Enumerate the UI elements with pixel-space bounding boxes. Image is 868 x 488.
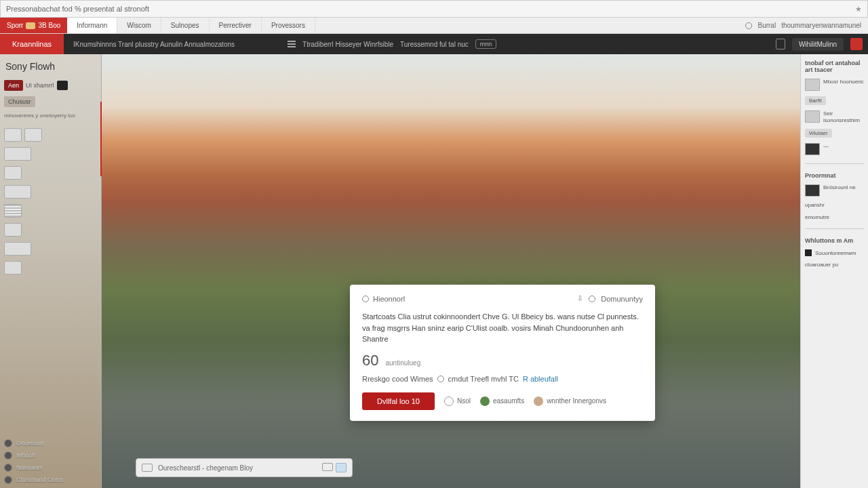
- thumb[interactable]: [4, 166, 22, 180]
- thumb[interactable]: [24, 128, 42, 142]
- popup-primary-button[interactable]: Dvllfal loo 10: [362, 392, 435, 410]
- thumb[interactable]: [4, 204, 22, 218]
- tag-icon[interactable]: [589, 296, 595, 302]
- avatar-icon: [534, 396, 543, 406]
- popup-meta-b: cmdut Treefl mvhl TC: [448, 375, 519, 383]
- left-sidebar: Sony Flowh Aen UI xhamrrl Chususr minove…: [0, 54, 102, 488]
- download-icon[interactable]: ⇩: [577, 294, 583, 303]
- thumb[interactable]: [4, 223, 22, 237]
- tab-0[interactable]: Informann: [67, 18, 117, 33]
- refresh-icon: [444, 396, 454, 406]
- rp-section: Whluttons m Am: [805, 237, 864, 244]
- thumb[interactable]: [4, 185, 31, 199]
- address-bar: ★: [0, 0, 868, 18]
- rp-row[interactable]: Souontoreemwm: [805, 249, 864, 256]
- rp-section: Proormnat: [805, 172, 864, 179]
- thumb-icon: [805, 79, 820, 91]
- sb-bottom-item[interactable]: Whoofl: [4, 451, 97, 460]
- popup-share-label[interactable]: Domununtyy: [601, 295, 643, 303]
- sb-bottom-item[interactable]: Chesmund Onms: [4, 476, 97, 484]
- user-meta: thoummaryenwannamunel: [781, 22, 861, 29]
- sidebar-thumbnails: [4, 128, 97, 274]
- globe-icon: [437, 375, 444, 382]
- popup-meta-a: Rreskgo cood Wimes: [362, 375, 433, 383]
- tab-3[interactable]: Perrectiver: [210, 18, 262, 33]
- rp-title: tnobaf ort antahoal art tsacer: [805, 60, 864, 73]
- sidebar-dark-icon[interactable]: [57, 81, 68, 90]
- thumb[interactable]: [4, 261, 22, 274]
- tray-icon[interactable]: [322, 463, 333, 471]
- dot-icon: [4, 451, 12, 460]
- sidebar-chip[interactable]: Aen: [4, 80, 23, 91]
- rp-line[interactable]: upanshr: [805, 202, 864, 209]
- rp-button[interactable]: Wiutaer: [805, 129, 832, 138]
- image-canvas[interactable]: Hieonnorl ⇩ Domununtyy Startcoats Clia u…: [102, 54, 800, 488]
- tab-4[interactable]: Provessors: [262, 18, 315, 33]
- thumb[interactable]: [4, 147, 31, 161]
- bottom-taskbar[interactable]: Oureschearstl - chegenam Bloy: [136, 458, 353, 477]
- sidebar-chip-text: UI xhamrrl: [26, 82, 54, 89]
- sb-bottom-item[interactable]: Naeruiner: [4, 464, 97, 472]
- thumb-icon: [805, 143, 820, 155]
- popup-action-2[interactable]: easaumfts: [480, 396, 524, 406]
- main-layout: Sony Flowh Aen UI xhamrrl Chususr minove…: [0, 54, 868, 488]
- popup-meta-link[interactable]: R ableufall: [523, 375, 558, 383]
- sidebar-bottom: Oncessort Whoofl Naeruiner Chesmund Onms: [4, 439, 97, 484]
- user-icon[interactable]: [745, 22, 752, 29]
- primary-menu-button[interactable]: Kraannlinas: [0, 34, 64, 54]
- right-panel: tnobaf ort antahoal art tsacer Mbosr hoo…: [800, 54, 868, 488]
- sidebar-chip-row: Aen UI xhamrrl: [4, 80, 97, 91]
- tab-1[interactable]: Wiscom: [117, 18, 161, 33]
- rp-item[interactable]: Seir isononsresthim: [805, 110, 864, 123]
- rp-item[interactable]: —: [805, 143, 864, 155]
- popup-action-1[interactable]: Nsol: [444, 396, 471, 406]
- dot-icon: [4, 464, 12, 472]
- rp-item[interactable]: Mbosr hoonuenc: [805, 79, 864, 91]
- bookmark-star-icon[interactable]: ★: [855, 5, 862, 14]
- right-pill[interactable]: WihilitMulinn: [792, 38, 844, 51]
- dot-icon: [4, 439, 12, 447]
- popup-action-3[interactable]: wnnther Innergonvs: [534, 396, 606, 406]
- sidebar-title: Sony Flowh: [4, 58, 97, 75]
- brand-label: Sporr: [7, 22, 23, 29]
- url-input[interactable]: [6, 5, 855, 13]
- popup-stat: 60 auntinulueg: [362, 352, 643, 369]
- brand-icon: [26, 22, 35, 29]
- pin-icon[interactable]: [362, 296, 369, 302]
- dark-nav-right: WihilitMulinn: [770, 38, 868, 51]
- divider: [805, 228, 864, 229]
- rp-line[interactable]: ctoaroauer po: [805, 262, 864, 268]
- document-icon[interactable]: [776, 39, 785, 49]
- divider: [805, 163, 864, 164]
- tab-2[interactable]: Sulnopes: [161, 18, 210, 33]
- center-nav-b[interactable]: Turessemnd ful tal nuc: [400, 41, 469, 48]
- disk-icon: [142, 464, 153, 472]
- top-user-area: Burral thoummaryenwannamunel: [738, 18, 868, 33]
- hamburger-icon[interactable]: [288, 41, 296, 47]
- dot-icon: [4, 476, 12, 484]
- sidebar-sub[interactable]: Chususr: [4, 96, 35, 107]
- center-nav-a[interactable]: Ttradiberrl Hisseyer Winrfsible: [302, 41, 393, 48]
- rp-line[interactable]: emomutre: [805, 214, 864, 221]
- leaf-icon: [480, 396, 490, 406]
- popup-count: 60: [362, 352, 378, 369]
- user-label[interactable]: Burral: [757, 22, 776, 29]
- sidebar-desc: minovereres y omnioyerry lon: [4, 113, 97, 119]
- popup-body-text: Startcoats Clia ustrut cokinnoondert Chv…: [362, 311, 643, 345]
- thumb[interactable]: [4, 242, 31, 256]
- alert-icon[interactable]: [850, 38, 863, 50]
- brand-badge[interactable]: Sporr 3B Boo: [0, 18, 67, 33]
- dark-nav: Kraannlinas IKnumshinnns Tranl plusstry …: [0, 34, 868, 54]
- info-popup: Hieonnorl ⇩ Domununtyy Startcoats Clia u…: [350, 285, 655, 421]
- thumb-icon: [805, 184, 820, 197]
- rp-item[interactable]: Brdsirount ne: [805, 184, 864, 197]
- popup-meta: Rreskgo cood Wimes cmdut Treefl mvhl TC …: [362, 375, 643, 383]
- taskbar-text: Oureschearstl - chegenam Bloy: [158, 464, 253, 472]
- top-tab-strip: Sporr 3B Boo Informann Wiscom Sulnopes P…: [0, 18, 868, 34]
- rp-button[interactable]: Barfit: [805, 96, 826, 105]
- sb-bottom-item[interactable]: Oncessort: [4, 439, 97, 447]
- breadcrumb[interactable]: IKnumshinnns Tranl plusstry Aunulin Annu…: [64, 41, 281, 48]
- tray-chip-icon[interactable]: [336, 463, 347, 472]
- thumb[interactable]: [4, 128, 22, 142]
- center-badge[interactable]: mnn: [475, 39, 497, 49]
